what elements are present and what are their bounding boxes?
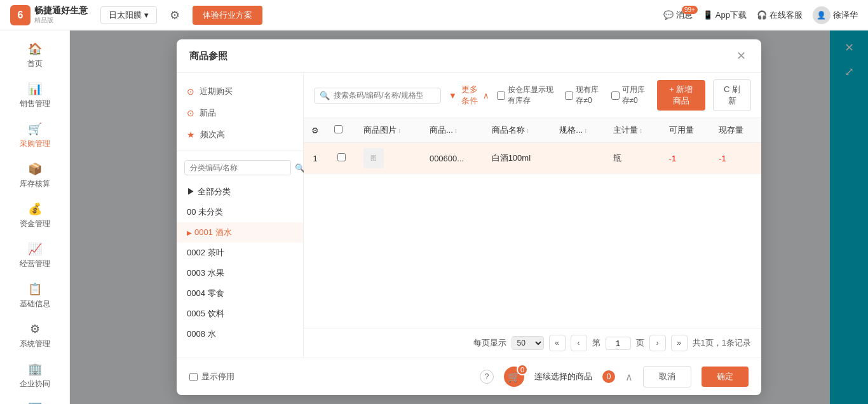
table-body: 1 图 000600... 白酒100ml <box>304 143 761 174</box>
show-disabled-label: 显示停用 <box>201 371 234 382</box>
nav-new-label: 新品 <box>200 107 216 119</box>
checkbox-warehouse-stock-input[interactable] <box>497 91 505 100</box>
last-page-button[interactable]: » <box>671 335 688 351</box>
filter-more-button[interactable]: ▼ 更多条件 ∧ <box>449 84 489 107</box>
th-code[interactable]: 商品...↕ <box>422 118 484 143</box>
add-product-button[interactable]: + 新增商品 <box>657 80 706 111</box>
prev-page-button[interactable]: ‹ <box>571 335 587 351</box>
row-checkbox[interactable] <box>327 143 356 174</box>
th-settings[interactable]: ⚙ <box>304 118 327 143</box>
category-all[interactable]: ▶ 全部分类 <box>177 182 303 202</box>
category-0005[interactable]: 0005 饮料 <box>177 304 303 324</box>
category-0003[interactable]: 0003 水果 <box>177 263 303 283</box>
modal-body: ⊙ 近期购买 ⊙ 新品 ★ 频次高 🔍 <box>177 73 761 358</box>
sidebar-label-sales: 销售管理 <box>20 98 50 109</box>
nav-new-product[interactable]: ⊙ 新品 <box>177 102 303 124</box>
checkbox-stock-nonzero[interactable]: 现有库存≠0 <box>565 84 603 106</box>
sidebar-label-home: 首页 <box>27 58 43 69</box>
show-disabled-checkbox[interactable] <box>189 373 198 381</box>
sidebar-item-operation[interactable]: 📈 经营管理 <box>0 236 69 276</box>
category-search-input[interactable] <box>184 160 291 175</box>
sidebar-label-operation: 经营管理 <box>20 259 50 269</box>
row-image: 图 <box>356 143 422 174</box>
help-icon[interactable]: ? <box>480 370 494 384</box>
product-table: ⚙ 商品图片↕ 商品...↕ 商品名称↕ <box>304 118 761 174</box>
left-nav-divider <box>177 151 303 151</box>
sidebar-item-home[interactable]: 🏠 首页 <box>0 36 69 76</box>
online-service-label: 在线客服 <box>770 10 803 21</box>
product-thumbnail: 图 <box>363 148 384 168</box>
operation-icon: 📈 <box>28 242 42 256</box>
store-name: 日太阳膜 <box>109 10 142 21</box>
store-selector[interactable]: 日太阳膜 ▾ <box>100 6 157 24</box>
sidebar-item-sales[interactable]: 📊 销售管理 <box>0 76 69 116</box>
checkbox-available-nonzero-input[interactable] <box>611 91 620 100</box>
row-spec <box>552 143 606 174</box>
sidebar-item-finance[interactable]: 💰 资金管理 <box>0 196 69 236</box>
username: 徐泽华 <box>833 10 858 21</box>
th-unit[interactable]: 主计量↕ <box>606 118 661 143</box>
sidebar-item-purchase[interactable]: 🛒 采购管理 <box>0 116 69 156</box>
category-0002[interactable]: 0002 茶叶 <box>177 243 303 263</box>
table-header: ⚙ 商品图片↕ 商品...↕ 商品名称↕ <box>304 118 761 143</box>
collapse-footer-icon[interactable]: ∧ <box>625 371 633 383</box>
sales-icon: 📊 <box>28 82 42 96</box>
checkbox-available-nonzero[interactable]: 可用库存≠0 <box>611 84 649 106</box>
page-unit: 页 <box>636 337 644 349</box>
refresh-button[interactable]: C 刷新 <box>713 79 751 111</box>
sidebar-label-system: 系统管理 <box>20 339 50 349</box>
nav-recent-purchase[interactable]: ⊙ 近期购买 <box>177 81 303 102</box>
chevron-down-icon: ▾ <box>144 10 149 20</box>
sidebar-item-guide[interactable]: 🆕 新手引导 <box>0 396 69 404</box>
next-page-button[interactable]: › <box>649 335 666 351</box>
online-service-item[interactable]: 🎧 在线客服 <box>757 10 803 21</box>
continue-select-label: 连续选择的商品 <box>534 371 592 382</box>
messages-item[interactable]: 💬 消息 99+ <box>663 10 693 21</box>
row-code: 000600... <box>422 143 484 174</box>
confirm-button[interactable]: 确定 <box>702 367 749 387</box>
sidebar-item-inventory[interactable]: 📦 库存核算 <box>0 156 69 196</box>
category-0010[interactable]: 0010 家电 <box>177 344 303 350</box>
checkbox-warehouse-label: 按仓库显示现有库存 <box>508 84 558 106</box>
modal-left-panel: ⊙ 近期购买 ⊙ 新品 ★ 频次高 🔍 <box>177 73 304 358</box>
user-item[interactable]: 👤 徐泽华 <box>813 6 858 24</box>
row-name: 白酒100ml <box>484 143 552 174</box>
row-index: 1 <box>304 143 327 174</box>
selected-count: 0 <box>602 370 615 383</box>
settings-icon[interactable]: ⚙ <box>165 5 185 25</box>
product-table-wrapper: ⚙ 商品图片↕ 商品...↕ 商品名称↕ <box>304 118 761 328</box>
table-row[interactable]: 1 图 000600... 白酒100ml <box>304 143 761 174</box>
first-page-button[interactable]: « <box>549 335 566 351</box>
modal-close-button[interactable]: ✕ <box>733 48 749 64</box>
recent-icon: ⊙ <box>187 86 194 97</box>
sidebar-item-system[interactable]: ⚙ 系统管理 <box>0 316 69 356</box>
category-0004[interactable]: 0004 零食 <box>177 283 303 304</box>
logo-icon: 6 <box>10 5 31 25</box>
row-unit: 瓶 <box>606 143 661 174</box>
cancel-button[interactable]: 取消 <box>643 366 691 387</box>
category-0008[interactable]: 0008 水 <box>177 324 303 344</box>
logo-area: 6 畅捷通好生意 精品版 <box>10 5 88 25</box>
category-0001[interactable]: ▶ 0001 酒水 <box>177 222 303 243</box>
nav-frequent[interactable]: ★ 频次高 <box>177 124 303 145</box>
checkbox-stock-nonzero-input[interactable] <box>565 91 573 100</box>
checkbox-warehouse-stock[interactable]: 按仓库显示现有库存 <box>497 84 558 106</box>
sidebar-item-basic[interactable]: 📋 基础信息 <box>0 276 69 316</box>
page-number-input[interactable] <box>606 337 631 350</box>
row-select-checkbox[interactable] <box>337 153 346 161</box>
product-search-input[interactable] <box>334 91 423 100</box>
cart-wrap: 🛒 0 <box>504 367 524 387</box>
trial-button[interactable]: 体验行业方案 <box>193 6 262 25</box>
filter-arrow: ∧ <box>483 91 489 100</box>
page-size-select[interactable]: 50 10 20 100 <box>512 336 544 350</box>
row-stock: -1 <box>711 143 761 174</box>
th-spec[interactable]: 规格...↕ <box>552 118 606 143</box>
cart-count-badge: 0 <box>517 364 528 375</box>
sidebar-item-enterprise[interactable]: 🏢 企业协同 <box>0 356 69 396</box>
category-00[interactable]: 00 未分类 <box>177 202 303 222</box>
search-box-icon: 🔍 <box>320 91 330 100</box>
select-all-checkbox[interactable] <box>334 125 342 133</box>
th-name[interactable]: 商品名称↕ <box>484 118 552 143</box>
enterprise-icon: 🏢 <box>28 362 42 376</box>
app-download-item[interactable]: 📱 App下载 <box>703 10 747 21</box>
